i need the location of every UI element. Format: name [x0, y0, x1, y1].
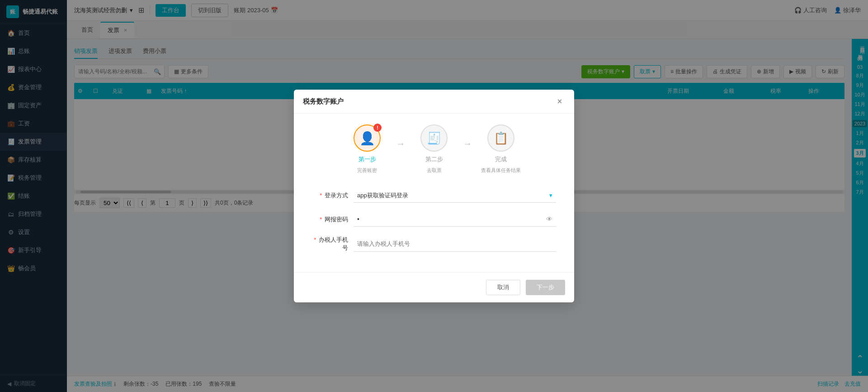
- dialog-title: 税务数字账户: [303, 97, 344, 106]
- login-method-required: *: [320, 192, 322, 199]
- step-1-desc: 完善账密: [357, 167, 377, 174]
- dialog-header: 税务数字账户 ×: [294, 90, 574, 114]
- modal-overlay[interactable]: 税务数字账户 × 👤 ! 第一步 完善账密 →: [0, 0, 868, 392]
- step-2-icon: 🧾: [420, 124, 448, 152]
- dialog-close-button[interactable]: ×: [554, 96, 565, 107]
- select-chevron-icon: ▾: [549, 192, 552, 199]
- phone-required: *: [314, 236, 316, 243]
- steps-indicator: 👤 ! 第一步 完善账密 → 🧾 第二步 去取票 →: [312, 124, 556, 174]
- cancel-button[interactable]: 取消: [486, 280, 520, 295]
- next-button[interactable]: 下一步: [526, 280, 565, 295]
- step-1-badge: !: [373, 124, 382, 132]
- login-method-value: app获取验证码登录: [357, 191, 408, 200]
- step-arrow-2: →: [461, 139, 474, 149]
- dialog-footer: 取消 下一步: [294, 272, 574, 302]
- step-2-desc: 去取票: [427, 167, 442, 174]
- login-method-row: * 登录方式 app获取验证码登录 ▾: [312, 188, 556, 203]
- step-3-title: 完成: [495, 155, 507, 163]
- step-2: 🧾 第二步 去取票: [407, 124, 461, 174]
- eye-icon[interactable]: 👁: [546, 215, 552, 223]
- step-2-title: 第二步: [425, 155, 443, 163]
- step-1-title: 第一步: [359, 155, 376, 163]
- step-3-icon: 📋: [487, 124, 514, 152]
- password-row: * 网报密码 👁: [312, 212, 556, 227]
- phone-row: * 办税人手机号: [312, 236, 556, 252]
- login-method-select[interactable]: app获取验证码登录 ▾: [354, 188, 556, 203]
- tax-account-dialog: 税务数字账户 × 👤 ! 第一步 完善账密 →: [294, 90, 574, 302]
- phone-input-wrap: [354, 237, 556, 252]
- phone-label: * 办税人手机号: [312, 236, 348, 252]
- step-arrow-1: →: [394, 139, 407, 149]
- phone-input[interactable]: [354, 237, 556, 251]
- password-input-wrap: 👁: [354, 212, 556, 227]
- step-3-desc: 查看具体任务结果: [481, 167, 521, 174]
- login-method-label: * 登录方式: [312, 191, 348, 200]
- step-1: 👤 ! 第一步 完善账密: [340, 124, 394, 174]
- step-3: 📋 完成 查看具体任务结果: [474, 124, 528, 174]
- step-1-icon: 👤 !: [354, 124, 381, 152]
- password-required: *: [320, 216, 322, 223]
- password-input[interactable]: [354, 212, 556, 226]
- password-label: * 网报密码: [312, 215, 348, 224]
- dialog-body: 👤 ! 第一步 完善账密 → 🧾 第二步 去取票 →: [294, 114, 574, 272]
